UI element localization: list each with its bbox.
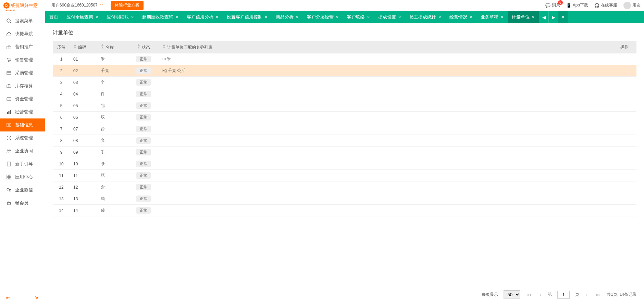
table-row[interactable]: 404件正常: [53, 88, 636, 100]
page-last-button[interactable]: ⏭: [594, 292, 601, 297]
tab-3[interactable]: 超期应收款查询✕: [138, 11, 183, 23]
table-row[interactable]: 1212盒正常: [53, 181, 636, 193]
tab-0[interactable]: 首页: [45, 11, 62, 23]
tab-label: 员工提成统计: [409, 14, 436, 20]
tab-4[interactable]: 客户信用分析✕: [183, 11, 223, 23]
tab-8[interactable]: 客户联络✕: [343, 11, 374, 23]
col-status[interactable]: ▲▼状态: [128, 41, 159, 53]
cell-status: 正常: [128, 147, 159, 158]
tab-10[interactable]: 员工提成统计✕: [405, 11, 445, 23]
close-icon[interactable]: ✕: [175, 15, 178, 20]
service-label: 在线客服: [601, 2, 617, 8]
table-row[interactable]: 101米正常m 米: [53, 53, 636, 65]
col-name[interactable]: ▲▼名称: [97, 41, 128, 53]
close-icon[interactable]: ✕: [500, 15, 504, 20]
sidebar-item-4[interactable]: 采购管理: [0, 66, 45, 79]
sidebar-item-label: 资金管理: [15, 96, 33, 102]
tab-6[interactable]: 商品分析✕: [272, 11, 303, 23]
close-icon[interactable]: ✕: [438, 15, 441, 20]
page-prev-button[interactable]: ‹: [538, 292, 542, 297]
close-icon[interactable]: ✕: [95, 15, 98, 20]
tab-close-all[interactable]: ✕: [558, 11, 568, 23]
sidebar-item-11[interactable]: 新手引导: [0, 157, 45, 171]
sidebar-item-9[interactable]: 系统管理: [0, 131, 45, 144]
svg-rect-23: [7, 175, 9, 177]
online-service-button[interactable]: 🎧 在线客服: [594, 2, 617, 8]
sidebar-item-5[interactable]: 库存核算: [0, 79, 45, 92]
sidebar-item-13[interactable]: 企业微信: [0, 184, 45, 197]
org-selector[interactable]: 用户690企业1660120507 ﹀: [51, 2, 104, 8]
col-code[interactable]: ▲▼编码: [70, 41, 97, 53]
col-match[interactable]: ▲▼计量单位匹配的名称列表: [159, 41, 612, 53]
close-icon[interactable]: ✕: [264, 15, 268, 20]
table-row[interactable]: 1414袋正常: [53, 205, 636, 216]
close-icon[interactable]: ✕: [398, 15, 401, 20]
user-menu[interactable]: 用友: [623, 2, 641, 9]
table-row[interactable]: 707台正常: [53, 123, 636, 135]
cell-code: 10: [70, 158, 97, 170]
cell-code: 14: [70, 205, 97, 216]
messages-button[interactable]: 💬 消息 6: [545, 2, 560, 8]
sidebar-item-label: 基础信息: [15, 122, 33, 128]
tab-2[interactable]: 应付明细账✕: [102, 11, 138, 23]
sidebar-item-2[interactable]: 营销推广: [0, 40, 45, 53]
close-icon[interactable]: ✕: [131, 15, 134, 20]
sidebar-item-0[interactable]: 搜索菜单: [0, 14, 45, 27]
gift-icon: [6, 44, 12, 50]
sidebar-item-6[interactable]: 资金管理: [0, 92, 45, 105]
table-row[interactable]: 808套正常: [53, 135, 636, 147]
tab-label: 提成设置: [378, 14, 396, 20]
tab-label: 业务草稿: [481, 14, 498, 20]
cell-match: [159, 135, 612, 147]
tab-7[interactable]: 客户分层经营✕: [303, 11, 343, 23]
tab-1[interactable]: 应付余额查询✕: [62, 11, 102, 23]
table-row[interactable]: 606双正常: [53, 112, 636, 123]
sidebar-item-7[interactable]: 经营管理: [0, 105, 45, 118]
cell-op: [612, 205, 636, 216]
sidebar-item-1[interactable]: 快捷导航: [0, 27, 45, 40]
sidebar-item-3[interactable]: 销售管理: [0, 53, 45, 66]
tab-5[interactable]: 设置客户信用控制✕: [223, 11, 272, 23]
sidebar-item-12[interactable]: 应用中心: [0, 171, 45, 184]
cell-index: 8: [53, 135, 70, 147]
close-icon[interactable]: ✕: [532, 15, 535, 20]
close-icon[interactable]: ✕: [296, 15, 299, 20]
tab-12[interactable]: 业务草稿✕: [476, 11, 508, 23]
table-row[interactable]: 1111瓶正常: [53, 170, 636, 181]
svg-rect-9: [7, 98, 11, 101]
tab-13[interactable]: 计量单位✕: [508, 11, 539, 23]
table-row[interactable]: 303个正常: [53, 77, 636, 88]
table-row[interactable]: 1010条正常: [53, 158, 636, 170]
tab-scroll-right[interactable]: ▶: [548, 11, 558, 23]
tab-9[interactable]: 提成设置✕: [374, 11, 405, 23]
sidebar-item-14[interactable]: 畅会员: [0, 197, 45, 210]
cell-code: 12: [70, 181, 97, 193]
try-industry-button[interactable]: 体验行业方案: [111, 1, 144, 10]
tab-scroll-left[interactable]: ◀: [539, 11, 548, 23]
per-page-select[interactable]: 50: [504, 290, 520, 299]
table-row[interactable]: 505包正常: [53, 100, 636, 112]
page-input[interactable]: [557, 291, 570, 299]
sidebar-item-8[interactable]: 基础信息: [0, 118, 45, 131]
svg-rect-14: [7, 123, 11, 127]
sidebar-item-label: 系统管理: [15, 135, 33, 141]
table-row[interactable]: 909手正常: [53, 147, 636, 158]
close-icon[interactable]: ✕: [336, 15, 339, 20]
col-index[interactable]: 序号: [53, 41, 70, 53]
sidebar-expand-icon[interactable]: ⇲: [35, 295, 39, 300]
cell-index: 10: [53, 158, 70, 170]
close-icon[interactable]: ✕: [215, 15, 219, 20]
tab-11[interactable]: 经营情况✕: [445, 11, 476, 23]
sidebar-item-10[interactable]: 企业协同: [0, 144, 45, 157]
close-icon[interactable]: ✕: [469, 15, 472, 20]
app-download-button[interactable]: 📱 App下载: [566, 2, 588, 8]
tab-label: 设置客户信用控制: [227, 14, 262, 20]
page-next-button[interactable]: ›: [585, 292, 589, 297]
page-first-button[interactable]: ⏮: [526, 292, 533, 297]
tab-label: 客户信用分析: [187, 14, 213, 20]
table-row[interactable]: 202千克正常kg 千克 公斤: [53, 65, 636, 77]
page-title: 计量单位: [53, 29, 636, 36]
sidebar-collapse-icon[interactable]: ⇤: [6, 295, 10, 300]
close-icon[interactable]: ✕: [367, 15, 370, 20]
table-row[interactable]: 1313箱正常: [53, 193, 636, 205]
